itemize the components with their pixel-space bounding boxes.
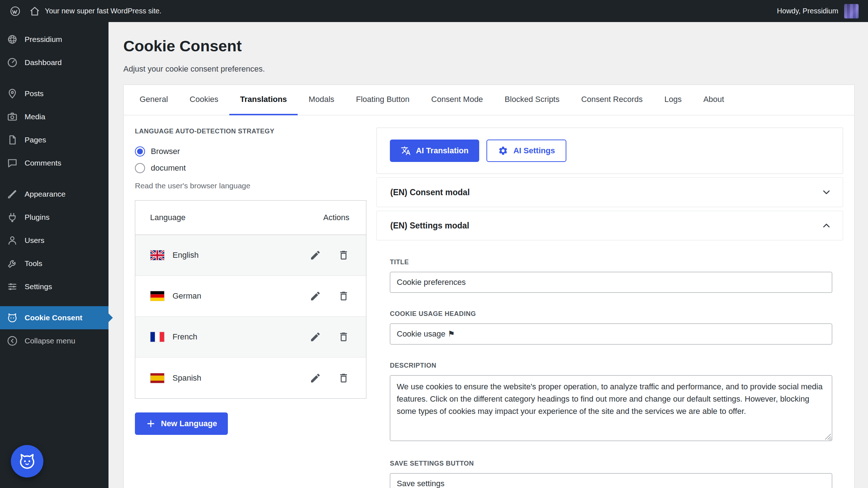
cookie-usage-field-label: Cookie usage heading <box>390 310 832 318</box>
title-field-label: Title <box>390 258 832 266</box>
ai-translation-label: AI Translation <box>416 146 468 155</box>
tab-blocked-scripts[interactable]: Blocked Scripts <box>494 85 570 115</box>
language-name: French <box>173 332 197 342</box>
sidebar: Pressidium Dashboard Posts Media <box>0 22 109 488</box>
radio-browser[interactable]: Browser <box>135 143 366 160</box>
column-actions: Actions <box>323 213 349 222</box>
ai-panel: AI Translation AI Settings <box>376 128 843 174</box>
new-language-label: New Language <box>161 419 217 428</box>
sidebar-item-collapse-menu[interactable]: Collapse menu <box>0 329 109 352</box>
sidebar-item-label: Cookie Consent <box>25 313 82 322</box>
comments-icon <box>7 157 18 169</box>
language-table: Language Actions <box>135 200 366 399</box>
sidebar-item-appearance[interactable]: Appearance <box>0 183 109 206</box>
sidebar-item-settings[interactable]: Settings <box>0 275 109 298</box>
table-row: English <box>135 235 366 276</box>
language-name: Spanish <box>173 373 201 383</box>
radio-browser-control[interactable] <box>135 146 145 157</box>
chevron-down-icon <box>821 187 832 198</box>
sidebar-item-label: Posts <box>25 89 44 98</box>
cat-mascot-icon <box>17 451 37 471</box>
site-link[interactable]: Your new super fast WordPress site. <box>29 5 161 17</box>
accordion-settings-modal[interactable]: (EN) Settings modal <box>376 211 843 240</box>
table-row: French <box>135 317 366 358</box>
edit-icon[interactable] <box>310 372 321 384</box>
radio-document-control[interactable] <box>135 163 145 173</box>
tab-about[interactable]: About <box>693 85 735 115</box>
posts-icon <box>7 88 18 99</box>
radio-document[interactable]: document <box>135 160 366 176</box>
wordpress-logo-icon[interactable] <box>9 5 21 17</box>
sidebar-item-media[interactable]: Media <box>0 105 109 128</box>
tab-logs[interactable]: Logs <box>654 85 693 115</box>
ai-settings-button[interactable]: AI Settings <box>486 140 566 162</box>
sidebar-item-cookie-consent[interactable]: Cookie Consent <box>0 306 109 329</box>
translations-column: AI Translation AI Settings (EN) Consent … <box>376 128 843 488</box>
accordion-title: (EN) Settings modal <box>390 221 469 231</box>
sidebar-item-pages[interactable]: Pages <box>0 128 109 151</box>
pressidium-mascot-button[interactable] <box>11 445 43 478</box>
sidebar-item-comments[interactable]: Comments <box>0 151 109 175</box>
appearance-icon <box>7 188 18 200</box>
ai-settings-label: AI Settings <box>513 146 555 155</box>
cookie-usage-input[interactable] <box>390 324 832 344</box>
tab-general[interactable]: General <box>129 85 179 115</box>
sidebar-item-label: Comments <box>25 159 61 167</box>
sidebar-item-dashboard[interactable]: Dashboard <box>0 51 109 74</box>
howdy-text[interactable]: Howdy, Pressidium <box>777 7 838 15</box>
edit-icon[interactable] <box>310 249 321 261</box>
plugins-icon <box>7 211 18 223</box>
user-avatar[interactable] <box>844 4 859 18</box>
menu-separator <box>0 74 109 82</box>
sidebar-item-tools[interactable]: Tools <box>0 252 109 275</box>
tab-cookies[interactable]: Cookies <box>179 85 229 115</box>
admin-bar: Your new super fast WordPress site. Howd… <box>0 0 868 22</box>
tab-translations[interactable]: Translations <box>229 85 298 115</box>
settings-modal-form: Title Cookie usage heading Description W… <box>376 240 843 488</box>
tab-consent-mode[interactable]: Consent Mode <box>420 85 494 115</box>
sidebar-item-label: Pages <box>25 136 46 144</box>
delete-icon[interactable] <box>338 331 349 343</box>
page-title: Cookie Consent <box>123 22 855 55</box>
sidebar-item-label: Pressidium <box>25 35 62 44</box>
tab-floating-button[interactable]: Floating Button <box>345 85 420 115</box>
sidebar-item-plugins[interactable]: Plugins <box>0 206 109 229</box>
pages-icon <box>7 134 18 146</box>
edit-icon[interactable] <box>310 331 321 343</box>
save-settings-input[interactable] <box>390 473 832 488</box>
dashboard-icon <box>7 57 18 68</box>
tab-modals[interactable]: Modals <box>298 85 345 115</box>
ai-translation-button[interactable]: AI Translation <box>390 140 479 162</box>
main-content: Cookie Consent Adjust your cookie consen… <box>109 22 868 488</box>
radio-document-label: document <box>151 163 186 173</box>
column-language: Language <box>150 213 186 222</box>
edit-icon[interactable] <box>310 290 321 302</box>
delete-icon[interactable] <box>338 290 349 302</box>
sidebar-item-label: Plugins <box>25 213 50 222</box>
sidebar-item-users[interactable]: Users <box>0 229 109 252</box>
sidebar-item-label: Users <box>25 236 44 245</box>
title-input[interactable] <box>390 272 832 293</box>
site-name: Your new super fast WordPress site. <box>45 7 161 15</box>
delete-icon[interactable] <box>338 249 349 261</box>
chevron-up-icon <box>821 220 832 231</box>
cookie-consent-cat-icon <box>7 312 18 324</box>
description-textarea[interactable]: We use cookies to ensure the website's p… <box>390 375 832 441</box>
strategy-radio-group: Browser document <box>135 143 366 176</box>
delete-icon[interactable] <box>338 372 349 384</box>
gear-icon <box>498 146 508 156</box>
description-field-label: Description <box>390 362 832 369</box>
sidebar-item-posts[interactable]: Posts <box>0 82 109 105</box>
sidebar-item-label: Dashboard <box>25 58 62 67</box>
media-icon <box>7 111 18 123</box>
menu-separator <box>0 175 109 183</box>
accordion-consent-modal[interactable]: (EN) Consent modal <box>376 177 843 207</box>
table-row: German <box>135 276 366 317</box>
new-language-button[interactable]: New Language <box>135 412 228 435</box>
strategy-help-text: Read the user's browser language <box>135 181 366 190</box>
tools-icon <box>7 258 18 269</box>
tab-bar: General Cookies Translations Modals Floa… <box>124 85 854 115</box>
tab-consent-records[interactable]: Consent Records <box>570 85 654 115</box>
language-table-header: Language Actions <box>135 201 366 235</box>
sidebar-item-pressidium[interactable]: Pressidium <box>0 28 109 51</box>
